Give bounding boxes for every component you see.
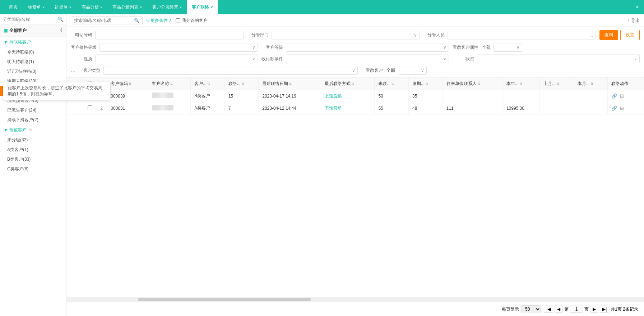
nav-purchase-close[interactable]: × bbox=[69, 5, 71, 9]
filter-phone-input[interactable] bbox=[95, 31, 244, 39]
row2-code[interactable]: 000031 bbox=[107, 102, 148, 114]
filter-phone-field: 电话号码 bbox=[71, 31, 244, 39]
col-code[interactable]: 客户编码⇅ bbox=[107, 78, 148, 90]
sidebar-item-ungrouped[interactable]: 未分组(32) bbox=[0, 135, 66, 145]
last-method-sort-icon: ⇅ bbox=[351, 82, 354, 86]
all-customers-title[interactable]: ▦ 全部客户 《 bbox=[0, 24, 66, 37]
next-page-button[interactable]: ▶ bbox=[590, 306, 598, 313]
filter-search-icon: 🔍 bbox=[134, 18, 139, 23]
filter-price-tier-label: 客户价格等级 bbox=[71, 44, 97, 51]
sidebar-item-decline[interactable]: 持续下滑客户(2) bbox=[0, 115, 66, 125]
my-customer-checkbox[interactable] bbox=[176, 18, 180, 23]
last-page-button[interactable]: ▶| bbox=[600, 306, 609, 313]
row1-link-icon[interactable]: 🔗 bbox=[611, 93, 617, 99]
row2-this-year: 10995.00 bbox=[502, 102, 539, 114]
filter-price-tier-select[interactable]: ∨ bbox=[99, 43, 258, 52]
col-this-month[interactable]: 本月...⇅ bbox=[574, 78, 608, 90]
filter-row-1: 电话号码 分管部门 ∨ 分管人员 … bbox=[71, 30, 640, 40]
pagination: 每页显示 50 20 100 |◀ ◀ 第 页 ▶ ▶| 共1页 2条记录 bbox=[66, 302, 644, 316]
more-conditions-btn[interactable]: ▽ 更多条件 ∧ bbox=[146, 18, 172, 24]
sidebar-item-b-class[interactable]: B类客户(33) bbox=[0, 155, 66, 164]
col-this-year[interactable]: 本年...⇅ bbox=[502, 78, 539, 90]
export-button[interactable]: ↑ 导出 bbox=[627, 18, 640, 24]
sidebar-collapse-btn[interactable]: 《 bbox=[57, 27, 62, 34]
per-page-select[interactable]: 50 20 100 bbox=[521, 305, 541, 313]
prev-page-button[interactable]: ◀ bbox=[555, 306, 563, 313]
sidebar-item-c-class[interactable]: C类客户(6) bbox=[0, 164, 66, 174]
nav-customer-tier[interactable]: 客户分层经营 × bbox=[147, 0, 187, 14]
row1-method-link[interactable]: 下销货单 bbox=[325, 93, 342, 98]
horizontal-scrollbar[interactable] bbox=[66, 297, 644, 302]
col-name[interactable]: 客户名称⇅ bbox=[148, 78, 191, 90]
filter-customer-tier-select[interactable]: ∨ bbox=[286, 43, 449, 52]
nav-product-list[interactable]: 商品分析列表 × bbox=[107, 0, 147, 14]
row2-last-month bbox=[540, 102, 574, 114]
pending-contact-group[interactable]: ▼ 待联络客户 bbox=[0, 37, 66, 47]
filter-gender-select[interactable]: ∨ bbox=[95, 55, 258, 63]
total-records: 共1页 2条记录 bbox=[611, 306, 638, 312]
filter-branch-person-select[interactable]: … bbox=[448, 31, 596, 39]
gender-chevron-icon: ∨ bbox=[252, 56, 255, 61]
first-page-button[interactable]: |◀ bbox=[544, 306, 553, 313]
settings-button[interactable]: 设置 bbox=[620, 30, 640, 40]
row2-contact-person: 111 bbox=[443, 102, 502, 114]
customer-tier-chevron-icon: ∨ bbox=[443, 45, 446, 50]
col-last-method[interactable]: 最后联络方式⇅ bbox=[321, 78, 375, 90]
col-last-month[interactable]: 上月...⇅ bbox=[540, 78, 574, 90]
nav-sales-close[interactable]: × bbox=[42, 5, 45, 9]
nav-product-analysis-close[interactable]: × bbox=[100, 5, 102, 9]
filter-row-2: 客户价格等级 ∨ 客户等级 ∨ 零散客户属性 全部 bbox=[71, 43, 640, 52]
filter-payment-field: 收付款条件 ∨ bbox=[261, 55, 449, 63]
scroll-thumb[interactable] bbox=[138, 298, 311, 301]
retail-customer-chevron-icon: ∨ bbox=[421, 68, 424, 73]
page-navigation: |◀ ◀ 第 页 ▶ ▶| 共1页 2条记录 bbox=[544, 306, 638, 313]
row1-contact-person bbox=[443, 90, 502, 102]
edit-icon[interactable]: ✎ bbox=[29, 128, 32, 133]
row2-link-icon[interactable]: 🔗 bbox=[611, 105, 617, 111]
row2-this-month bbox=[574, 102, 608, 114]
col-type[interactable]: 客户...⇅ bbox=[191, 78, 225, 90]
page-number-input[interactable] bbox=[570, 306, 583, 313]
row1-grid-icon[interactable]: ⊞ bbox=[620, 93, 624, 99]
nav-product-analysis[interactable]: 商品分析 × bbox=[77, 0, 107, 14]
nav-purchase[interactable]: 进货单 × bbox=[50, 0, 76, 14]
nav-sales[interactable]: 销货单 × bbox=[23, 0, 50, 14]
sidebar-item-lost[interactable]: 已流失客户(24) bbox=[0, 105, 66, 115]
value-customer-group[interactable]: ▼ 价值客户 ✎ bbox=[0, 125, 66, 135]
filter-status-select[interactable]: ∨ bbox=[477, 55, 640, 63]
filter-retail-attr-select[interactable]: ∨ bbox=[494, 43, 522, 52]
col-contact-person[interactable]: 往来单位联系人⇅ bbox=[443, 78, 502, 90]
col-last-date[interactable]: 最后联络日期⇅ bbox=[259, 78, 321, 90]
nav-customer-contact[interactable]: 客户联络 × bbox=[187, 0, 218, 14]
customer-table: ⚙ 客户编码⇅ 客户名称⇅ 客户...⇅ 联络...⇅ 最后联络日期⇅ 最后联络… bbox=[66, 78, 644, 114]
nav-customer-contact-close[interactable]: × bbox=[210, 5, 213, 9]
row2-grid-icon[interactable]: ⊞ bbox=[620, 105, 624, 111]
sidebar-item-a-class[interactable]: A类客户(1) bbox=[0, 145, 66, 155]
row1-action-icons: 🔗 ⊞ bbox=[611, 93, 640, 99]
filter-branch-dept-select[interactable]: ∨ bbox=[272, 31, 420, 39]
col-not-contacted[interactable]: 未联...⇅ bbox=[375, 78, 409, 90]
row2-last-method[interactable]: 下销货单 bbox=[321, 102, 375, 114]
query-button[interactable]: 查询 bbox=[599, 30, 618, 40]
row2-checkbox[interactable] bbox=[88, 105, 92, 110]
filter-branch-person-label: 分管人员 bbox=[423, 32, 445, 38]
filter-customer-type-select[interactable]: ∨ bbox=[103, 66, 357, 75]
nav-home[interactable]: 首页 bbox=[4, 0, 23, 14]
filter-top-bar: 🔍 ▽ 更多条件 ∧ 我分管的客户 ↑ 导出 bbox=[66, 14, 644, 27]
row1-code[interactable]: 000039 bbox=[107, 90, 148, 102]
sidebar-item-today[interactable]: 今天待联络(0) bbox=[0, 47, 66, 57]
row2-method-link[interactable]: 下销货单 bbox=[325, 105, 342, 110]
filter-dots[interactable]: ... bbox=[71, 67, 75, 74]
filter-search-input[interactable] bbox=[74, 18, 134, 23]
window-close-button[interactable]: × bbox=[631, 0, 644, 14]
col-contact-count[interactable]: 联络...⇅ bbox=[224, 78, 259, 90]
sidebar-item-week[interactable]: 近7天待联络(0) bbox=[0, 67, 66, 76]
nav-product-list-close[interactable]: × bbox=[140, 5, 142, 9]
sidebar-item-tomorrow[interactable]: 明天待联络(1) bbox=[0, 57, 66, 67]
filter-retail-customer-select[interactable]: ∨ bbox=[398, 66, 427, 75]
sidebar-search-input[interactable] bbox=[3, 17, 57, 22]
row1-last-method[interactable]: 下销货单 bbox=[321, 90, 375, 102]
nav-customer-tier-close[interactable]: × bbox=[180, 5, 182, 9]
col-overdue[interactable]: 逾期...⇅ bbox=[408, 78, 443, 90]
filter-payment-select[interactable]: ∨ bbox=[286, 55, 449, 63]
